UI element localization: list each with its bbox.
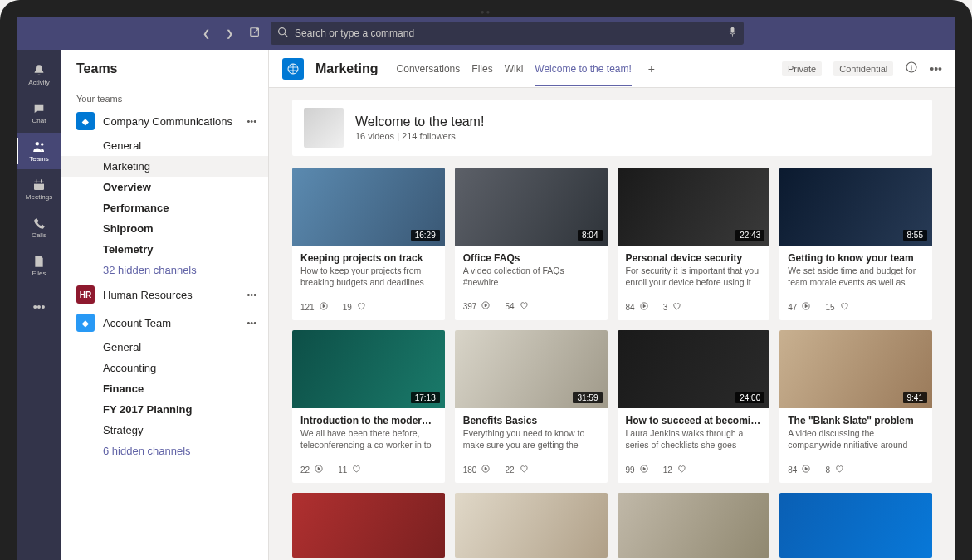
video-views: 47 bbox=[788, 303, 797, 312]
video-title: The "Blank Slate" problem bbox=[788, 415, 924, 426]
video-duration: 16:29 bbox=[411, 230, 440, 241]
tab-conversations[interactable]: Conversations bbox=[397, 51, 461, 86]
teams-icon bbox=[32, 139, 46, 154]
svg-rect-7 bbox=[37, 179, 37, 182]
channel-accounting[interactable]: Accounting bbox=[61, 358, 268, 378]
video-title: Getting to know your team bbox=[788, 252, 924, 264]
search-box[interactable] bbox=[271, 22, 744, 45]
tab-welcome[interactable]: Welcome to the team! bbox=[535, 51, 632, 86]
video-likes: 15 bbox=[825, 303, 834, 312]
video-card[interactable]: 9:41 The "Blank Slate" problem A video d… bbox=[779, 330, 932, 483]
heart-icon bbox=[677, 465, 686, 475]
video-card[interactable]: 16:29 Keeping projects on track How to k… bbox=[292, 168, 445, 320]
video-views: 22 bbox=[300, 465, 310, 475]
video-views: 84 bbox=[626, 303, 635, 312]
video-title: Keeping projects on track bbox=[300, 252, 437, 264]
video-thumbnail: 8:55 bbox=[779, 168, 932, 246]
video-card[interactable]: 17:13 Introduction to the modern… We all… bbox=[292, 330, 445, 483]
banner-title: Welcome to the team! bbox=[355, 114, 484, 129]
video-thumbnail: 31:59 bbox=[455, 330, 608, 408]
video-card[interactable] bbox=[292, 493, 445, 558]
device-camera: ●● bbox=[481, 8, 492, 16]
channel-performance[interactable]: Performance bbox=[61, 197, 268, 218]
team-more-icon[interactable]: ••• bbox=[247, 116, 256, 126]
channel-general-2[interactable]: General bbox=[61, 337, 268, 358]
video-description: Laura Jenkins walks through a series of … bbox=[626, 428, 762, 451]
channel-marketing[interactable]: Marketing bbox=[61, 156, 268, 177]
video-card[interactable] bbox=[779, 493, 932, 558]
channel-shiproom[interactable]: Shiproom bbox=[61, 218, 268, 239]
video-card[interactable]: 31:59 Benefits Basics Everything you nee… bbox=[455, 330, 608, 483]
video-description: We all have been there before, teleconfe… bbox=[300, 428, 437, 451]
video-duration: 8:55 bbox=[903, 230, 927, 241]
rail-chat[interactable]: Chat bbox=[17, 95, 61, 131]
popout-icon[interactable] bbox=[246, 27, 264, 41]
chat-icon bbox=[32, 101, 46, 116]
search-input[interactable] bbox=[295, 27, 737, 39]
team-avatar: ◆ bbox=[76, 314, 95, 332]
channel-telemetry[interactable]: Telemetry bbox=[61, 239, 268, 260]
sidebar-title: Teams bbox=[61, 50, 268, 85]
rail-calls[interactable]: Calls bbox=[17, 209, 61, 246]
video-thumbnail: 17:13 bbox=[292, 330, 445, 408]
play-icon bbox=[481, 301, 490, 311]
rail-meetings[interactable]: Meetings bbox=[17, 171, 61, 207]
channel-finance[interactable]: Finance bbox=[61, 378, 268, 399]
teams-sidebar: Teams Your teams ◆ Company Communication… bbox=[61, 50, 269, 560]
video-thumbnail: 22:43 bbox=[618, 168, 770, 246]
hidden-channels-link[interactable]: 32 hidden channels bbox=[61, 260, 268, 280]
channel-overview[interactable]: Overview bbox=[61, 177, 268, 197]
rail-more-button[interactable]: ••• bbox=[33, 289, 46, 325]
team-name-label: Company Communications bbox=[103, 115, 232, 128]
rail-activity[interactable]: Activity bbox=[17, 56, 61, 93]
video-card[interactable]: 8:04 Office FAQs A video collection of F… bbox=[455, 168, 608, 320]
info-icon[interactable] bbox=[905, 61, 918, 76]
add-tab-button[interactable]: + bbox=[643, 62, 660, 75]
nav-back-button[interactable]: ❮ bbox=[196, 23, 216, 43]
titlebar: ❮ ❯ bbox=[17, 17, 955, 50]
svg-point-3 bbox=[36, 142, 40, 146]
video-title: How to succeed at becoming a… bbox=[626, 415, 762, 426]
heart-icon bbox=[352, 465, 360, 475]
channel-fy2017[interactable]: FY 2017 Planning bbox=[61, 399, 268, 420]
channel-strategy[interactable]: Strategy bbox=[61, 420, 268, 441]
tab-files[interactable]: Files bbox=[471, 51, 492, 86]
play-icon bbox=[802, 302, 810, 312]
video-views: 397 bbox=[463, 302, 477, 311]
hidden-channels-link-2[interactable]: 6 hidden channels bbox=[61, 441, 268, 461]
video-card[interactable]: 22:43 Personal device security For secur… bbox=[618, 168, 770, 320]
rail-label: Teams bbox=[29, 155, 49, 163]
video-thumbnail bbox=[292, 493, 445, 558]
team-more-icon[interactable]: ••• bbox=[247, 290, 256, 299]
channel-general[interactable]: General bbox=[61, 135, 268, 156]
heart-icon bbox=[672, 302, 681, 312]
svg-point-1 bbox=[279, 28, 286, 35]
team-name-label: Account Team bbox=[103, 317, 171, 329]
overflow-icon[interactable]: ••• bbox=[930, 62, 942, 75]
rail-files[interactable]: Files bbox=[17, 247, 61, 284]
search-icon bbox=[277, 26, 288, 41]
team-human-resources[interactable]: HR Human Resources ••• bbox=[61, 280, 268, 309]
video-card[interactable] bbox=[618, 493, 770, 558]
rail-teams[interactable]: Teams bbox=[17, 133, 61, 169]
video-duration: 31:59 bbox=[573, 392, 602, 403]
video-duration: 8:04 bbox=[578, 230, 602, 241]
team-company-communications[interactable]: ◆ Company Communications ••• bbox=[61, 107, 268, 135]
video-card[interactable]: 24:00 How to succeed at becoming a… Laur… bbox=[618, 330, 770, 483]
nav-forward-button[interactable]: ❯ bbox=[219, 23, 239, 43]
video-thumbnail bbox=[618, 493, 770, 558]
video-card[interactable] bbox=[455, 493, 608, 558]
video-thumbnail: 24:00 bbox=[618, 330, 770, 408]
team-more-icon[interactable]: ••• bbox=[247, 318, 256, 328]
video-card[interactable]: 8:55 Getting to know your team We set as… bbox=[779, 168, 932, 320]
mic-icon[interactable] bbox=[728, 27, 737, 40]
video-views: 99 bbox=[626, 465, 635, 475]
confidential-badge: Confidential bbox=[833, 61, 893, 76]
play-icon bbox=[481, 465, 490, 475]
video-duration: 17:13 bbox=[411, 392, 440, 403]
play-icon bbox=[640, 465, 648, 475]
calendar-icon bbox=[32, 178, 46, 192]
team-account-team[interactable]: ◆ Account Team ••• bbox=[61, 309, 268, 337]
banner-thumbnail bbox=[304, 108, 344, 148]
tab-wiki[interactable]: Wiki bbox=[505, 51, 524, 86]
